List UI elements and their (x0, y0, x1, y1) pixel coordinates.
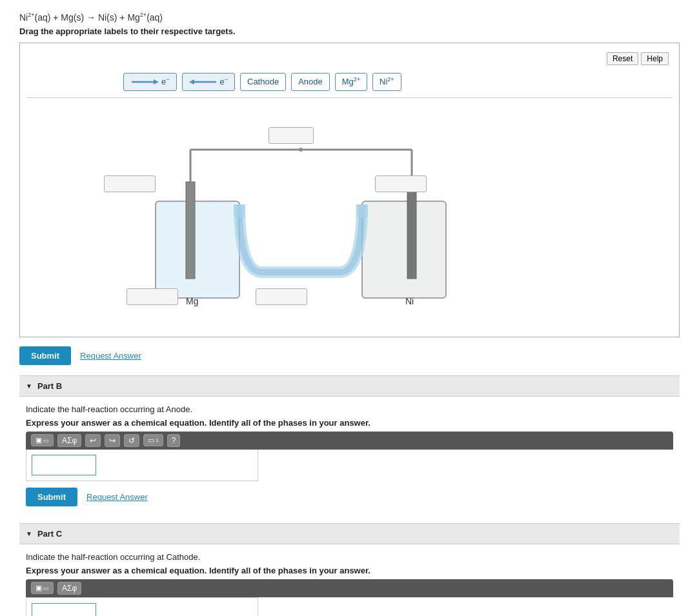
help-button[interactable]: Help (641, 52, 669, 65)
label-cathode[interactable]: Cathode (240, 73, 286, 91)
drop-target-left[interactable] (104, 175, 156, 192)
arrow-right-icon (130, 76, 159, 88)
submit-button-partB[interactable]: Submit (26, 488, 77, 506)
drag-instruction: Drag the appropriate labels to their res… (19, 26, 680, 36)
label-ni2plus-text: Ni2+ (380, 76, 394, 86)
arrow-left-icon (189, 76, 218, 88)
partB-redo-btn[interactable]: ↪ (105, 434, 120, 447)
diagram-area: Mg Ni (26, 98, 673, 330)
partC-section-header: ▼ Part C (19, 523, 680, 544)
partB-section-header: ▼ Part B (19, 375, 680, 397)
labels-row: e− e− Cathode Anode Mg2+ Ni2+ (26, 68, 673, 98)
partB-asigma-btn[interactable]: AΣφ (57, 434, 81, 447)
partB-subscript-btn[interactable]: ▭ 1 (143, 434, 163, 446)
drop-target-bottom-left[interactable] (127, 288, 178, 305)
partC-math-toolbar: ▣ ▭ AΣφ (26, 579, 673, 597)
svg-text:Mg: Mg (186, 296, 198, 306)
page-wrapper: Ni2+(aq) + Mg(s) → Ni(s) + Mg2+(aq) Drag… (0, 0, 699, 616)
reset-button[interactable]: Reset (607, 52, 638, 65)
request-answer-partB[interactable]: Request Answer (86, 492, 148, 502)
partB-content: Indicate the half-reaction occurring at … (19, 404, 680, 523)
partC-content: Indicate the half-reaction occurring at … (19, 552, 680, 616)
partB-answer-input[interactable] (32, 455, 96, 475)
partC-instruction: Indicate the half-reaction occurring at … (26, 552, 673, 562)
drop-target-bottom-center[interactable] (256, 288, 307, 305)
partB-label: Part B (37, 381, 62, 391)
drop-target-top-center[interactable] (268, 127, 314, 144)
partC-template-btn[interactable]: ▣ ▭ (31, 582, 54, 594)
partC-asigma-icon: AΣφ (62, 584, 77, 593)
redo-icon: ↪ (109, 436, 116, 445)
label-anode[interactable]: Anode (291, 73, 330, 91)
question-icon: ? (172, 436, 176, 445)
partC-template-icon: ▣ (35, 584, 42, 592)
label-e-right-text: e− (161, 76, 170, 86)
svg-marker-3 (189, 79, 194, 84)
partC-asigma-btn[interactable]: AΣφ (57, 582, 81, 595)
label-e-left-text: e− (220, 76, 228, 86)
svg-rect-5 (186, 182, 195, 279)
svg-rect-8 (362, 201, 446, 298)
subscript-icon: ▭ (148, 436, 154, 444)
svg-rect-9 (407, 182, 416, 279)
subscript-icon-small: 1 (156, 437, 158, 443)
partB-instruction: Indicate the half-reaction occurring at … (26, 404, 673, 414)
partB-math-toolbar: ▣ ▭ AΣφ ↩ ↪ ↺ ▭ 1 ? (26, 432, 673, 450)
partB-answer-box-container (26, 450, 258, 481)
template-icon: ▣ (35, 436, 42, 444)
label-e-right[interactable]: e− (123, 73, 177, 91)
template-icon-small: ▭ (43, 437, 49, 444)
partB-reset-btn[interactable]: ↺ (124, 434, 139, 447)
partB-chevron[interactable]: ▼ (26, 383, 32, 390)
label-mg2plus-text: Mg2+ (342, 76, 360, 86)
partC-label: Part C (37, 529, 62, 539)
partC-chevron[interactable]: ▼ (26, 530, 32, 537)
drag-drop-container: Reset Help e− e− Cathode (19, 43, 680, 337)
drop-target-right[interactable] (375, 175, 427, 192)
svg-text:Ni: Ni (405, 296, 414, 306)
submit-row-partA: Submit Request Answer (19, 346, 680, 365)
submit-row-partB: Submit Request Answer (26, 488, 673, 506)
partB-template-btn[interactable]: ▣ ▭ (31, 434, 54, 446)
svg-point-16 (299, 148, 303, 152)
submit-button-partA[interactable]: Submit (19, 346, 71, 365)
request-answer-partA[interactable]: Request Answer (80, 351, 141, 361)
reset-circle-icon: ↺ (128, 436, 135, 445)
partB-undo-btn[interactable]: ↩ (85, 434, 101, 447)
partB-details: Express your answer as a chemical equati… (26, 418, 673, 428)
asigma-icon: AΣφ (62, 436, 77, 445)
undo-icon: ↩ (90, 436, 96, 445)
partC-answer-input[interactable] (32, 603, 96, 616)
svg-rect-4 (156, 201, 239, 298)
label-mg2plus[interactable]: Mg2+ (335, 73, 367, 91)
label-cathode-text: Cathode (247, 77, 279, 86)
partB-help-btn[interactable]: ? (167, 434, 181, 447)
label-e-left[interactable]: e− (182, 73, 236, 91)
partC-template-icon-small: ▭ (43, 585, 49, 591)
partC-details: Express your answer as a chemical equati… (26, 566, 673, 575)
label-anode-text: Anode (298, 77, 323, 86)
partC-answer-box-container (26, 597, 258, 616)
svg-marker-1 (154, 79, 159, 84)
main-equation: Ni2+(aq) + Mg(s) → Ni(s) + Mg2+(aq) (19, 12, 680, 23)
label-ni2plus[interactable]: Ni2+ (372, 73, 401, 91)
reset-help-row: Reset Help (26, 50, 673, 68)
